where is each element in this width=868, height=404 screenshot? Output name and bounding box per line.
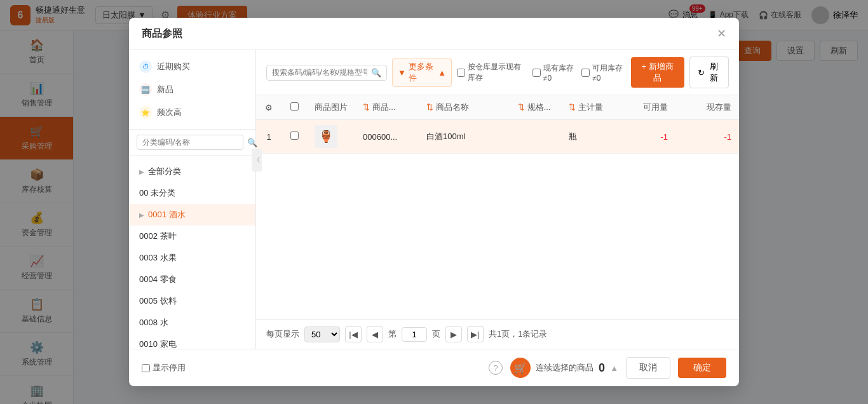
sort-icon-unit: ⇅ bbox=[569, 102, 576, 112]
cat-item-0003[interactable]: 0003 水果 bbox=[129, 247, 255, 269]
tab-recent-label: 近期购买 bbox=[157, 61, 190, 72]
collapse-icon: 《 bbox=[254, 156, 260, 165]
page-number-input[interactable] bbox=[402, 327, 427, 342]
product-search-input[interactable] bbox=[272, 68, 367, 77]
sort-icon-code: ⇅ bbox=[363, 102, 370, 112]
th-spec[interactable]: ⇅ 规格... bbox=[510, 95, 561, 120]
cart-area: 🛒 连续选择的商品 0 ▲ bbox=[510, 358, 618, 378]
arrow-icon: ▶ bbox=[139, 168, 144, 175]
prev-page-button[interactable]: ◀ bbox=[367, 326, 383, 342]
category-search-icon[interactable]: 🔍 bbox=[247, 138, 257, 147]
filter-up-icon: ▲ bbox=[438, 68, 446, 77]
cell-stock: -1 bbox=[675, 120, 739, 154]
left-tabs: ⏱ 近期购买 🆕 新品 ⭐ 频次高 bbox=[129, 50, 255, 130]
cancel-button[interactable]: 取消 bbox=[626, 357, 670, 379]
cat-item-0001[interactable]: ▶ 0001 酒水 bbox=[129, 204, 255, 226]
right-panel: 🔍 ▼ 更多条件 ▲ 按仓库显示现有库存 现有库存≠0 bbox=[256, 50, 739, 349]
th-code[interactable]: ⇅ 商品... bbox=[355, 95, 419, 120]
th-check[interactable] bbox=[281, 95, 307, 120]
cart-count: 0 bbox=[599, 361, 605, 375]
next-page-button[interactable]: ▶ bbox=[445, 326, 462, 342]
last-page-button[interactable]: ▶| bbox=[467, 326, 484, 342]
table-row[interactable]: 1 🏺 000600... 白酒100ml 瓶 bbox=[256, 120, 739, 154]
sort-icon-name: ⇅ bbox=[426, 102, 433, 112]
th-stock: 现存量 bbox=[675, 95, 739, 120]
th-name[interactable]: ⇅ 商品名称 bbox=[419, 95, 510, 120]
th-unit[interactable]: ⇅ 主计量 bbox=[561, 95, 612, 120]
freq-icon: ⭐ bbox=[139, 106, 152, 119]
th-img: 商品图片 bbox=[307, 95, 355, 120]
left-panel: ⏱ 近期购买 🆕 新品 ⭐ 频次高 🔍 bbox=[129, 50, 256, 349]
cell-name: 白酒100ml bbox=[419, 120, 510, 154]
tab-new[interactable]: 🆕 新品 bbox=[129, 78, 255, 101]
checkbox-avail-ne0-label[interactable]: 可用库存≠0 bbox=[581, 63, 625, 83]
category-search-input[interactable] bbox=[137, 135, 243, 150]
refresh-icon: ↻ bbox=[698, 68, 705, 77]
sort-icon-spec: ⇅ bbox=[518, 102, 525, 112]
cell-unit: 瓶 bbox=[561, 120, 612, 154]
total-text: 共1页，1条记录 bbox=[489, 328, 547, 340]
show-disabled-label[interactable]: 显示停用 bbox=[142, 362, 186, 374]
cat-item-00[interactable]: 00 未分类 bbox=[129, 182, 255, 204]
confirm-button[interactable]: 确定 bbox=[678, 358, 726, 378]
tab-freq-label: 频次高 bbox=[157, 107, 182, 118]
checkbox-stock-ne0[interactable] bbox=[532, 69, 541, 77]
new-icon: 🆕 bbox=[139, 83, 152, 96]
show-disabled-checkbox[interactable] bbox=[142, 364, 150, 372]
cell-img: 🏺 bbox=[307, 120, 355, 154]
per-page-label: 每页显示 bbox=[266, 328, 299, 340]
pagination-bar: 每页显示 50 10 20 100 |◀ ◀ 第 页 ▶ ▶| 共1页，1条记录 bbox=[256, 319, 739, 349]
right-toolbar: 🔍 ▼ 更多条件 ▲ 按仓库显示现有库存 现有库存≠0 bbox=[256, 50, 739, 95]
row-checkbox[interactable] bbox=[290, 131, 299, 140]
help-icon[interactable]: ? bbox=[489, 361, 503, 375]
cat-item-0010[interactable]: 0010 家电 bbox=[129, 333, 255, 349]
cat-item-0005[interactable]: 0005 饮料 bbox=[129, 290, 255, 312]
cell-avail: -1 bbox=[612, 120, 675, 154]
modal-header: 商品参照 ✕ bbox=[129, 18, 739, 50]
checkbox-warehouse[interactable] bbox=[457, 69, 465, 77]
checkbox-stock-ne0-label[interactable]: 现有库存≠0 bbox=[532, 63, 576, 83]
category-search-row: 🔍 bbox=[129, 130, 255, 156]
page-suffix: 页 bbox=[432, 328, 440, 340]
tab-new-label: 新品 bbox=[157, 84, 173, 95]
product-thumbnail: 🏺 bbox=[315, 125, 337, 148]
modal-title: 商品参照 bbox=[142, 27, 182, 41]
arrow-icon-0001: ▶ bbox=[139, 212, 144, 219]
product-table: ⚙ 商品图片 ⇅ 商品... bbox=[256, 95, 739, 154]
search-icon[interactable]: 🔍 bbox=[371, 68, 381, 77]
filter-icon: ▼ bbox=[398, 68, 406, 77]
product-reference-modal: 商品参照 ✕ ⏱ 近期购买 🆕 新品 ⭐ 频次高 bbox=[129, 18, 739, 386]
filter-label: 更多条件 bbox=[409, 61, 435, 84]
cat-item-all[interactable]: ▶ 全部分类 bbox=[129, 161, 255, 182]
tab-freq[interactable]: ⭐ 频次高 bbox=[129, 101, 255, 124]
category-list: ▶ 全部分类 00 未分类 ▶ 0001 酒水 0002 茶叶 0003 水果 bbox=[129, 156, 255, 349]
cell-spec bbox=[510, 120, 561, 154]
modal-close-icon[interactable]: ✕ bbox=[717, 27, 726, 41]
cart-icon[interactable]: 🛒 bbox=[510, 358, 531, 378]
product-table-wrap: ⚙ 商品图片 ⇅ 商品... bbox=[256, 95, 739, 319]
cell-code: 000600... bbox=[355, 120, 419, 154]
cell-check[interactable] bbox=[281, 120, 307, 154]
th-settings[interactable]: ⚙ bbox=[256, 95, 281, 120]
modal-body: ⏱ 近期购买 🆕 新品 ⭐ 频次高 🔍 bbox=[129, 50, 739, 349]
refresh-button[interactable]: ↻ 刷新 bbox=[689, 57, 729, 88]
cart-collapse-icon[interactable]: ▲ bbox=[610, 363, 618, 373]
cat-item-0004[interactable]: 0004 零食 bbox=[129, 269, 255, 290]
tab-recent[interactable]: ⏱ 近期购买 bbox=[129, 55, 255, 78]
modal-footer: 显示停用 ? 🛒 连续选择的商品 0 ▲ 取消 确定 bbox=[129, 349, 739, 386]
cat-item-0002[interactable]: 0002 茶叶 bbox=[129, 226, 255, 247]
product-search-wrap: 🔍 bbox=[266, 65, 387, 81]
first-page-button[interactable]: |◀ bbox=[345, 326, 362, 342]
checkbox-avail-ne0[interactable] bbox=[581, 69, 590, 77]
per-page-select[interactable]: 50 10 20 100 bbox=[304, 327, 340, 342]
checkbox-warehouse-label[interactable]: 按仓库显示现有库存 bbox=[457, 62, 527, 83]
th-avail: 可用量 bbox=[612, 95, 675, 120]
more-filter-button[interactable]: ▼ 更多条件 ▲ bbox=[392, 58, 452, 87]
select-all-checkbox[interactable] bbox=[290, 102, 299, 111]
page-label: 第 bbox=[388, 328, 397, 340]
add-product-button[interactable]: + 新增商品 bbox=[631, 57, 684, 88]
recent-icon: ⏱ bbox=[139, 60, 152, 73]
panel-collapse-btn[interactable]: 《 bbox=[252, 149, 262, 172]
cat-item-0008[interactable]: 0008 水 bbox=[129, 312, 255, 333]
modal-overlay: 商品参照 ✕ ⏱ 近期购买 🆕 新品 ⭐ 频次高 bbox=[0, 0, 868, 404]
